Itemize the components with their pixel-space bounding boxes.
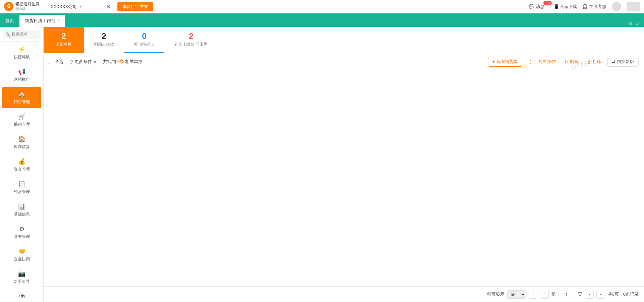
purchase-icon: 🛒 bbox=[18, 113, 25, 120]
refresh-label: 刷新 bbox=[570, 59, 578, 65]
message-label: 消息 bbox=[536, 4, 544, 10]
tab-work-bench[interactable]: 钱货日清工作台 × bbox=[19, 15, 65, 27]
sidebar-item-basic[interactable]: 📊 基础信息 bbox=[2, 199, 41, 221]
refresh-btn[interactable]: ↻ 刷新 bbox=[562, 57, 581, 66]
sidebar-item-guide[interactable]: 📷 新手引导 bbox=[2, 267, 41, 288]
message-badge: 99+ bbox=[543, 1, 552, 5]
app-icon: 📱 bbox=[554, 4, 559, 9]
card-overdue-shipped[interactable]: 2 到期未收款 已出库 bbox=[164, 27, 218, 53]
logo-version: 标准版 bbox=[15, 7, 40, 11]
prev-page-btn[interactable]: ‹ bbox=[540, 290, 549, 299]
card-pending[interactable]: 0 旺辅待确认 bbox=[124, 27, 164, 53]
tab-home[interactable]: 首页 bbox=[0, 15, 19, 27]
select-all-input[interactable] bbox=[49, 60, 53, 64]
batch-ops-btn[interactable]: ⋮⋮ 批量操作 bbox=[526, 57, 558, 66]
sidebar-item-finance[interactable]: 💰 资金管理 bbox=[2, 155, 41, 176]
add-sale-order-btn[interactable]: + 新增销货单 bbox=[488, 57, 522, 67]
page-suffix: 页 bbox=[578, 291, 582, 297]
card-overdue-count: 2 bbox=[94, 32, 114, 41]
guide-icon: 📷 bbox=[18, 270, 25, 278]
switch-label: 切换新版 bbox=[617, 59, 634, 65]
sidebar-item-system[interactable]: ⚙ 系统管理 bbox=[2, 222, 41, 243]
work-bench-label: 钱货日清工作台 bbox=[25, 18, 55, 24]
sales-icon: 🏠 bbox=[18, 90, 25, 98]
trial-button[interactable]: 体验行业方案 bbox=[117, 2, 153, 11]
enterprise-icon: 🤝 bbox=[18, 248, 25, 255]
card-overdue-shipped-label: 到期未收款 已出库 bbox=[174, 42, 208, 47]
switch-icon: ⇄ bbox=[612, 59, 615, 64]
toolbar-left: 全选 ▽ 更多条件 ∨ 共找到 0条 相关单据 bbox=[49, 57, 485, 66]
sidebar-item-marketing[interactable]: 📢 营销推广 bbox=[2, 65, 41, 86]
found-prefix: 共找到 bbox=[103, 59, 116, 64]
card-all-label: 全部单据 bbox=[54, 42, 74, 47]
found-count: 0条 bbox=[117, 59, 124, 64]
card-overdue[interactable]: 2 到期未收款 bbox=[84, 27, 124, 53]
batch-label: 批量操作 bbox=[538, 59, 556, 65]
toolbar-right: + 新增销货单 ⋮⋮ 批量操作 ↻ 刷新 🖨 打印 ⇄ 切换新版 bbox=[488, 57, 639, 67]
card-overdue-label: 到期未收款 bbox=[94, 42, 114, 47]
current-page-input[interactable] bbox=[558, 291, 575, 298]
inventory-label: 库存核算 bbox=[14, 144, 30, 150]
settings-icon[interactable]: ⚙ bbox=[104, 2, 113, 11]
message-btn[interactable]: 💬 消息 99+ bbox=[525, 4, 548, 10]
sidebar-item-purchase[interactable]: 🛒 采购管理 bbox=[2, 110, 41, 131]
switch-version-btn[interactable]: ⇄ 切换新版 bbox=[607, 57, 639, 67]
home-tab-label: 首页 bbox=[5, 18, 14, 24]
page-size-label: 每页显示 bbox=[487, 291, 504, 297]
sidebar-item-appstore[interactable]: 🛍 应用中心 bbox=[2, 289, 41, 302]
company-arrow-icon: ▾ bbox=[79, 4, 82, 9]
sidebar-item-quick-nav[interactable]: ⚡ 快捷导航 bbox=[2, 42, 41, 63]
topbar: 6 畅捷通好生意 标准版 XXXXXX公司 ▾ ⚙ 体验行业方案 💬 消息 99… bbox=[0, 0, 644, 13]
close-window-btn[interactable]: ✕ bbox=[629, 20, 633, 27]
found-suffix: 相关单据 bbox=[125, 59, 143, 64]
tab-actions: ✕ ⤢ bbox=[629, 20, 644, 27]
card-pending-label: 旺辅待确认 bbox=[134, 42, 154, 47]
close-tab-icon[interactable]: × bbox=[57, 18, 60, 23]
content-area: 2 全部单据 2 到期未收款 0 旺辅待确认 2 到期未收款 已出库 全选 bbox=[44, 27, 644, 302]
table-area bbox=[44, 70, 644, 286]
search-placeholder: 搜索菜单 bbox=[12, 32, 28, 37]
logo: 6 畅捷通好生意 标准版 bbox=[4, 2, 48, 11]
enterprise-label: 企业协同 bbox=[14, 256, 30, 262]
avatar[interactable] bbox=[612, 2, 621, 11]
print-btn[interactable]: 🖨 打印 bbox=[584, 57, 604, 66]
summary-cards: 2 全部单据 2 到期未收款 0 旺辅待确认 2 到期未收款 已出库 bbox=[44, 27, 644, 53]
next-page-btn[interactable]: › bbox=[585, 290, 594, 299]
company-selector[interactable]: XXXXXX公司 ▾ bbox=[48, 2, 101, 11]
sidebar: 🔍 搜索菜单 ⚡ 快捷导航 📢 营销推广 🏠 销售管理 🛒 采购管理 🏠 库存核… bbox=[0, 27, 44, 302]
print-icon: 🖨 bbox=[587, 59, 591, 64]
filter-arrow-icon: ∨ bbox=[93, 59, 97, 64]
page-size-select[interactable]: 50 10 20 100 bbox=[507, 290, 526, 299]
operations-icon: 📋 bbox=[18, 180, 25, 188]
sidebar-item-inventory[interactable]: 🏠 库存核算 bbox=[2, 132, 41, 153]
card-all[interactable]: 2 全部单据 bbox=[44, 27, 84, 53]
system-label: 系统管理 bbox=[14, 234, 30, 240]
app-download-label: App下载 bbox=[560, 4, 577, 10]
sidebar-item-enterprise[interactable]: 🤝 企业协同 bbox=[2, 244, 41, 265]
first-page-btn[interactable]: « bbox=[529, 290, 537, 299]
purchase-label: 采购管理 bbox=[14, 122, 30, 127]
online-service-btn[interactable]: 🎧 在线客服 bbox=[582, 4, 606, 10]
select-all-label: 全选 bbox=[55, 59, 63, 65]
filter-button[interactable]: ▽ 更多条件 ∨ bbox=[66, 57, 100, 66]
batch-icon: ⋮⋮ bbox=[528, 59, 537, 64]
select-all-checkbox[interactable]: 全选 bbox=[49, 59, 63, 65]
main-layout: 🔍 搜索菜单 ⚡ 快捷导航 📢 营销推广 🏠 销售管理 🛒 采购管理 🏠 库存核… bbox=[0, 27, 644, 302]
appstore-icon: 🛍 bbox=[19, 293, 25, 300]
last-page-btn[interactable]: » bbox=[596, 290, 605, 299]
company-name: XXXXXX公司 bbox=[51, 4, 77, 10]
inventory-icon: 🏠 bbox=[18, 135, 25, 143]
print-label: 打印 bbox=[593, 59, 601, 65]
sidebar-search[interactable]: 🔍 搜索菜单 bbox=[0, 27, 43, 42]
app-download-btn[interactable]: 📱 App下载 bbox=[554, 4, 577, 10]
card-pending-count: 0 bbox=[134, 32, 154, 41]
search-inner[interactable]: 🔍 搜索菜单 bbox=[3, 30, 41, 39]
sidebar-item-sales[interactable]: 🏠 销售管理 bbox=[2, 87, 41, 108]
logo-text-block: 畅捷通好生意 标准版 bbox=[15, 2, 40, 11]
sidebar-item-operations[interactable]: 📋 经营管理 bbox=[2, 177, 41, 198]
quick-nav-label: 快捷导航 bbox=[14, 54, 30, 60]
search-icon: 🔍 bbox=[5, 32, 10, 37]
operations-label: 经营管理 bbox=[14, 189, 30, 195]
expand-window-btn[interactable]: ⤢ bbox=[636, 20, 640, 27]
card-all-count: 2 bbox=[54, 32, 74, 41]
